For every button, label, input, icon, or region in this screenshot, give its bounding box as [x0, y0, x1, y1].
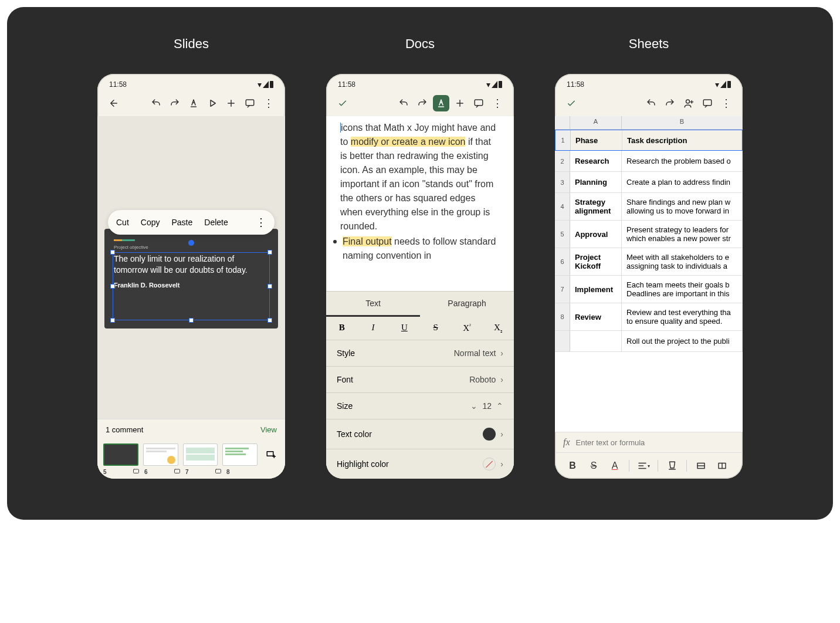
comment-button[interactable] [242, 95, 258, 111]
handle-nw[interactable] [110, 250, 115, 255]
more-button[interactable] [489, 95, 506, 111]
thumb-5[interactable] [103, 443, 138, 466]
more-button[interactable] [718, 95, 734, 111]
comment-button[interactable] [699, 95, 716, 111]
cell-desc[interactable]: Meet with all stakeholders to e assignin… [622, 248, 743, 275]
cell-desc[interactable]: Present strategy to leaders for which en… [622, 221, 743, 248]
cell-phase[interactable]: Implement [570, 276, 622, 303]
undo-button[interactable] [643, 95, 659, 111]
text-format-button[interactable] [433, 95, 449, 111]
col-header-b[interactable]: B [622, 116, 743, 129]
table-header-row[interactable]: 1 Phase Task description [555, 130, 743, 151]
document-body[interactable]: icons that Math x Joy might have and to … [326, 116, 514, 291]
spreadsheet-grid[interactable]: A B 1 Phase Task description 2ResearchRe… [555, 116, 743, 432]
slides-canvas[interactable]: Cut Copy Paste Delete Project objective [97, 116, 285, 419]
table-row[interactable]: Roll out the project to the publi [555, 331, 743, 352]
header-cell-phase[interactable]: Phase [571, 130, 622, 150]
row-num[interactable]: 3 [555, 172, 570, 192]
undo-button[interactable] [148, 95, 164, 111]
thumb-8[interactable] [222, 443, 258, 466]
cell-desc[interactable]: Research the problem based o [622, 151, 743, 171]
table-row[interactable]: 5ApprovalPresent strategy to leaders for… [555, 221, 743, 248]
add-button[interactable] [452, 95, 468, 111]
table-row[interactable]: 7ImplementEach team meets their goals b … [555, 276, 743, 303]
style-row[interactable]: Style Normal text› [326, 340, 514, 367]
cell-phase[interactable]: Strategy alignment [570, 193, 622, 220]
comment-button[interactable] [470, 95, 487, 111]
back-button[interactable] [106, 95, 122, 111]
done-button[interactable] [563, 95, 580, 111]
cell-phase[interactable]: Research [570, 151, 622, 171]
slide-preview[interactable]: Project objective The only limit to our … [104, 229, 278, 329]
add-button[interactable] [223, 95, 239, 111]
ctx-delete[interactable]: Delete [204, 218, 228, 227]
handle-se[interactable] [267, 318, 272, 323]
cell-format-button[interactable] [692, 458, 710, 474]
handle-s[interactable] [189, 318, 194, 323]
text-color-row[interactable]: Text color › [326, 419, 514, 449]
thumb-7[interactable] [183, 443, 218, 466]
bold-button[interactable]: B [326, 317, 357, 340]
handle-ne[interactable] [267, 250, 272, 255]
cell-phase[interactable] [570, 331, 622, 351]
tab-paragraph[interactable]: Paragraph [420, 292, 514, 317]
row-num[interactable]: 8 [555, 303, 570, 330]
cell-desc[interactable]: Roll out the project to the publi [622, 331, 743, 351]
thumb-6[interactable] [143, 443, 178, 466]
row-num[interactable]: 7 [555, 276, 570, 303]
cell-phase[interactable]: Approval [570, 221, 622, 248]
strike-button[interactable]: S [584, 458, 603, 474]
subscript-button[interactable]: X₂ [483, 317, 514, 340]
align-button[interactable]: ▾ [634, 458, 653, 474]
merge-button[interactable] [713, 458, 731, 474]
cell-desc[interactable]: Share findings and new plan w allowing u… [622, 193, 743, 220]
text-color-button[interactable]: A [605, 458, 624, 474]
ctx-copy[interactable]: Copy [141, 218, 160, 227]
table-row[interactable]: 6Project KickoffMeet with all stakeholde… [555, 248, 743, 276]
undo-button[interactable] [395, 95, 412, 111]
font-row[interactable]: Font Roboto› [326, 367, 514, 393]
col-header-a[interactable]: A [570, 116, 622, 129]
cell-phase[interactable]: Review [570, 303, 622, 330]
row-num[interactable] [555, 331, 570, 351]
row-num[interactable]: 4 [555, 193, 570, 220]
row-num[interactable]: 2 [555, 151, 570, 171]
cell-phase[interactable]: Project Kickoff [570, 248, 622, 275]
table-row[interactable]: 3PlanningCreate a plan to address findin [555, 172, 743, 193]
cell-phase[interactable]: Planning [570, 172, 622, 192]
underline-button[interactable]: U [389, 317, 420, 340]
table-row[interactable]: 2ResearchResearch the problem based o [555, 151, 743, 172]
header-cell-desc[interactable]: Task description [622, 130, 742, 150]
done-button[interactable] [334, 95, 351, 111]
highlight-color-row[interactable]: Highlight color › [326, 449, 514, 479]
redo-button[interactable] [167, 95, 183, 111]
bold-button[interactable]: B [563, 458, 582, 474]
italic-button[interactable]: I [357, 317, 388, 340]
redo-button[interactable] [414, 95, 431, 111]
selection-box[interactable] [113, 252, 270, 320]
superscript-button[interactable]: X² [451, 317, 482, 340]
ctx-more[interactable] [256, 216, 266, 229]
tab-text[interactable]: Text [326, 292, 420, 317]
strike-button[interactable]: S [420, 317, 451, 340]
size-decrease-button[interactable]: ⌄ [470, 401, 477, 411]
cell-desc[interactable]: Review and test everything tha to ensure… [622, 303, 743, 330]
cell-desc[interactable]: Each team meets their goals b Deadlines … [622, 276, 743, 303]
ctx-paste[interactable]: Paste [171, 218, 192, 227]
add-slide-button[interactable] [262, 446, 279, 463]
ctx-cut[interactable]: Cut [116, 218, 129, 227]
text-color-button[interactable] [185, 95, 202, 111]
handle-sw[interactable] [110, 318, 115, 323]
row-num[interactable]: 6 [555, 248, 570, 275]
comment-count[interactable]: 1 comment [106, 425, 143, 434]
rotate-handle[interactable] [188, 240, 194, 246]
size-increase-button[interactable]: ⌃ [496, 401, 503, 411]
row-num[interactable]: 5 [555, 221, 570, 248]
handle-e[interactable] [267, 284, 272, 289]
formula-bar[interactable]: fx [555, 432, 743, 452]
cell-desc[interactable]: Create a plan to address findin [622, 172, 743, 192]
formula-input[interactable] [576, 438, 734, 447]
corner-cell[interactable] [555, 116, 570, 129]
share-button[interactable] [680, 95, 697, 111]
row-num-1[interactable]: 1 [556, 130, 571, 150]
